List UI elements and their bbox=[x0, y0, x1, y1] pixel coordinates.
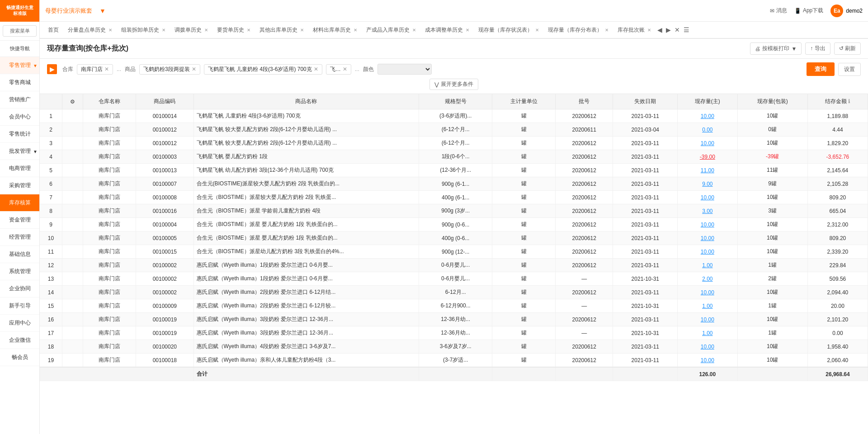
tab-stock-dist[interactable]: 现存量（库存分布表） ✕ bbox=[543, 22, 613, 39]
print-dropdown-icon[interactable]: ▼ bbox=[791, 46, 797, 52]
dropdown-icon[interactable]: ▼ bbox=[99, 7, 106, 14]
cell-qty-main[interactable]: 10.00 bbox=[678, 340, 737, 354]
tab-home[interactable]: 首页 bbox=[43, 22, 63, 39]
cell-qty-main[interactable]: 10.00 bbox=[678, 286, 737, 299]
cell-expire: 2021-10-31 bbox=[613, 272, 678, 286]
tab-material-out[interactable]: 材料出库单历史 ✕ bbox=[308, 22, 362, 39]
cell-qty-main[interactable]: 0.00 bbox=[678, 123, 737, 137]
search-menu-button[interactable]: 搜索菜单 bbox=[3, 25, 37, 37]
sidebar-item-retail-stat[interactable]: 零售统计 bbox=[0, 126, 39, 143]
product-tag-2-text: 飞鹤星飞帆 儿童奶粉 4段(3-6岁适用) 700克 bbox=[208, 66, 312, 73]
sidebar-item-operation[interactable]: 经营管理 bbox=[0, 229, 39, 246]
cell-qty-main[interactable]: 3.00 bbox=[678, 204, 737, 218]
export-icon: ↑ bbox=[810, 45, 813, 52]
sidebar-item-basic[interactable]: 基础信息 bbox=[0, 246, 39, 263]
cell-qty-main[interactable]: 10.00 bbox=[678, 354, 737, 368]
tab-cost-adjust[interactable]: 成本调整单历史 ✕ bbox=[420, 22, 474, 39]
tab-product-in[interactable]: 产成品入库单历史 ✕ bbox=[362, 22, 420, 39]
print-button[interactable]: 🖨 按模板打印 ▼ bbox=[750, 42, 802, 55]
tab-close-icon[interactable]: ✕ bbox=[354, 28, 357, 33]
tab-prev-button[interactable]: ◀ bbox=[656, 26, 664, 33]
tab-close-icon[interactable]: ✕ bbox=[247, 28, 250, 33]
tab-close-icon[interactable]: ✕ bbox=[605, 28, 609, 33]
cell-qty-main[interactable]: 9.00 bbox=[678, 177, 737, 191]
cell-qty-main[interactable]: 10.00 bbox=[678, 191, 737, 204]
cell-qty-main[interactable]: 11.00 bbox=[678, 164, 737, 177]
message-button[interactable]: ✉ 消息 bbox=[770, 7, 787, 14]
color-select[interactable] bbox=[377, 64, 432, 75]
warehouse-tag-close[interactable]: ✕ bbox=[104, 66, 109, 72]
tab-close-icon[interactable]: ✕ bbox=[466, 28, 469, 33]
tab-menu-button[interactable]: ☰ bbox=[682, 26, 691, 33]
sidebar-item-newbie[interactable]: 新手引导 bbox=[0, 297, 39, 315]
cell-warehouse: 南库门店 bbox=[83, 313, 136, 326]
tab-close-icon[interactable]: ✕ bbox=[647, 28, 651, 33]
tab-next-button[interactable]: ▶ bbox=[664, 26, 673, 33]
cell-qty-main[interactable]: 10.00 bbox=[678, 245, 737, 259]
table-row: 11 南库门店 00100015 合生元（BIOSTIME）派星幼儿配方奶粉 3… bbox=[40, 245, 868, 259]
logo-text-line2: 标准版 bbox=[13, 10, 27, 17]
sidebar-menu: 零售管理 ▼ 零售商城 营销推广 会员中心 零售统计 批发管理 ▼ 电商管理 采… bbox=[0, 57, 39, 434]
quick-nav-button[interactable]: 快捷导航 bbox=[3, 43, 37, 54]
sidebar-item-ecommerce[interactable]: 电商管理 bbox=[0, 160, 39, 177]
app-download-button[interactable]: 📱 App下载 bbox=[794, 7, 823, 14]
cell-qty-main[interactable]: 10.00 bbox=[678, 313, 737, 326]
sidebar-item-wholesale[interactable]: 批发管理 ▼ bbox=[0, 143, 39, 160]
sidebar-item-vip[interactable]: 畅会员 bbox=[0, 349, 39, 366]
cell-code: 00100013 bbox=[136, 164, 193, 177]
refresh-button[interactable]: ↺ 刷新 bbox=[834, 42, 861, 55]
cell-qty-main[interactable]: 1.00 bbox=[678, 326, 737, 340]
sidebar-item-retail-shop[interactable]: 零售商城 bbox=[0, 74, 39, 91]
cell-balance: 1,189.88 bbox=[807, 109, 868, 123]
sidebar-item-marketing[interactable]: 营销推广 bbox=[0, 91, 39, 108]
sidebar-item-inventory[interactable]: 库存核算 bbox=[0, 194, 39, 212]
sidebar-item-retail[interactable]: 零售管理 ▼ bbox=[0, 57, 39, 74]
query-button[interactable]: 查询 bbox=[807, 62, 835, 76]
user-area[interactable]: Ea demo2 bbox=[830, 5, 863, 17]
expand-more-row: ⋁ 展开更多条件 bbox=[47, 79, 861, 90]
cell-qty-main[interactable]: 10.00 bbox=[678, 231, 737, 245]
tab-batch-account[interactable]: 库存批次账 ✕ bbox=[613, 22, 656, 39]
tab-home-label: 首页 bbox=[48, 26, 59, 34]
tab-close-icon[interactable]: ✕ bbox=[412, 28, 416, 33]
tab-split-stock[interactable]: 分量盘点单历史 ✕ bbox=[63, 22, 117, 39]
sidebar-item-system[interactable]: 系统管理 bbox=[0, 263, 39, 280]
cell-qty-main[interactable]: -39.00 bbox=[678, 150, 737, 164]
expand-more-button[interactable]: ⋁ 展开更多条件 bbox=[429, 79, 478, 90]
cell-unit: 罐 bbox=[492, 177, 556, 191]
tab-picking[interactable]: 调拨单历史 ✕ bbox=[170, 22, 212, 39]
tab-close-icon[interactable]: ✕ bbox=[108, 28, 112, 33]
product-tag-3-close[interactable]: ✕ bbox=[343, 66, 347, 72]
cell-qty-main[interactable]: 1.00 bbox=[678, 299, 737, 313]
sidebar-item-appstore[interactable]: 应用中心 bbox=[0, 315, 39, 332]
cell-setting bbox=[62, 191, 83, 204]
product-tag-1-close[interactable]: ✕ bbox=[192, 66, 196, 72]
warehouse-more-dots[interactable]: ... bbox=[117, 66, 121, 72]
cell-qty-main[interactable]: 10.00 bbox=[678, 109, 737, 123]
tab-close-icon[interactable]: ✕ bbox=[162, 28, 165, 33]
cell-qty-main[interactable]: 10.00 bbox=[678, 218, 737, 231]
tab-other-out[interactable]: 其他出库单历史 ✕ bbox=[255, 22, 308, 39]
sidebar-item-finance[interactable]: 资金管理 bbox=[0, 212, 39, 229]
settings-button[interactable]: 设置 bbox=[838, 63, 861, 76]
cell-qty-main[interactable]: 10.00 bbox=[678, 137, 737, 150]
tab-disassemble[interactable]: 组装拆卸单历史 ✕ bbox=[117, 22, 170, 39]
tab-requisition[interactable]: 要货单历史 ✕ bbox=[212, 22, 255, 39]
sidebar-item-member[interactable]: 会员中心 bbox=[0, 108, 39, 126]
tab-close-icon[interactable]: ✕ bbox=[204, 28, 208, 33]
cell-qty-main[interactable]: 1.00 bbox=[678, 259, 737, 272]
tab-stock-status[interactable]: 现存量（库存状况表） ✕ bbox=[474, 22, 543, 39]
cell-balance: 509.56 bbox=[807, 272, 868, 286]
tab-close-icon[interactable]: ✕ bbox=[535, 28, 539, 33]
export-button[interactable]: ↑ 导出 bbox=[805, 42, 830, 55]
product-more-dots[interactable]: ... bbox=[355, 66, 359, 72]
sidebar-item-purchase[interactable]: 采购管理 bbox=[0, 177, 39, 194]
product-tag-2-close[interactable]: ✕ bbox=[314, 66, 318, 72]
sidebar-item-wechat[interactable]: 企业微信 bbox=[0, 332, 39, 349]
tab-close-icon[interactable]: ✕ bbox=[300, 28, 304, 33]
filter-expand-button[interactable]: ▶ bbox=[47, 64, 57, 74]
th-setting[interactable]: ⚙ bbox=[62, 94, 83, 109]
tab-close-all-button[interactable]: ✕ bbox=[673, 26, 682, 33]
cell-qty-main[interactable]: 2.00 bbox=[678, 272, 737, 286]
sidebar-item-corp[interactable]: 企业协同 bbox=[0, 280, 39, 297]
